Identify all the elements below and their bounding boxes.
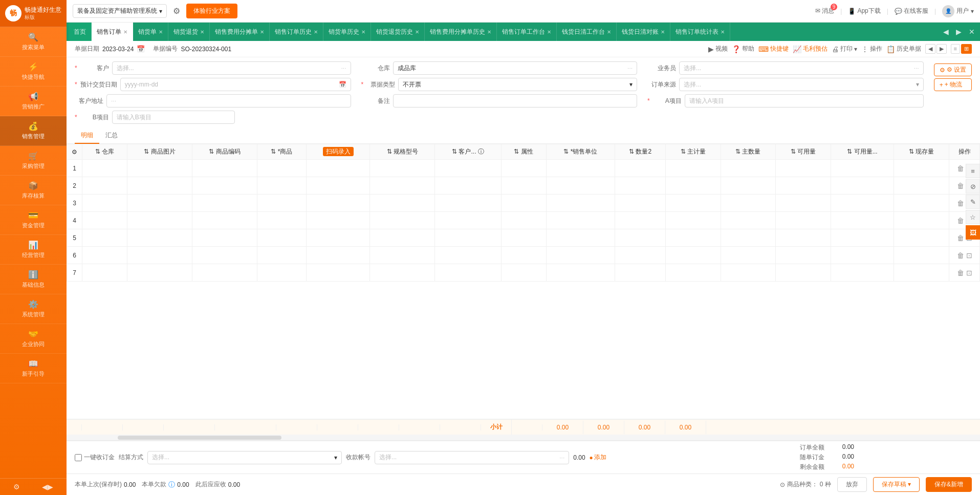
row-main-qty[interactable] [721,229,776,247]
card-view-btn[interactable]: ⊞ [961,44,972,54]
sidebar-item-system[interactable]: ⚙️ 系统管理 [0,294,67,324]
row-code[interactable] [192,247,257,264]
row-code[interactable] [192,160,257,177]
float-btn-2[interactable]: ⊘ [966,179,980,193]
row-stock[interactable] [894,247,949,264]
tab-cash-reconcile[interactable]: 钱货日清对账 ✕ [617,23,670,41]
sidebar-item-quick[interactable]: ⚡ 快捷导航 [0,57,67,87]
row-stock[interactable] [894,229,949,247]
copy-icon[interactable]: ⊡ [966,251,972,260]
close-icon[interactable]: ✕ [361,29,365,35]
row-available2[interactable] [831,195,894,212]
close-icon[interactable]: ✕ [607,29,611,35]
float-btn-3[interactable]: ✎ [966,195,980,209]
row-customer-code[interactable] [435,177,501,195]
tab-sales-return[interactable]: 销货退货 ✕ [168,23,210,41]
row-customer-code[interactable] [435,212,501,229]
system-selector[interactable]: 装备及固定资产辅助管理系统 ▾ [73,4,167,18]
th-qty2[interactable]: ⇅ 数量2 [615,144,666,160]
tab-sales-goods[interactable]: 销货单 ✕ [133,23,168,41]
row-attr[interactable] [501,264,546,282]
row-goods[interactable] [257,160,307,177]
row-image[interactable] [127,195,192,212]
invoice-select[interactable]: 不开票 ▾ [398,78,637,91]
customer-input[interactable]: 选择... ··· [112,61,351,75]
th-available2[interactable]: ⇅ 可用量... [831,144,894,160]
th-image[interactable]: ⇅ 商品图片 [127,144,192,160]
topbar-gear-btn[interactable]: ⚙ [171,4,182,18]
row-scan[interactable] [306,177,370,195]
row-main-qty[interactable] [721,195,776,212]
address-input[interactable]: ··· [106,94,351,107]
row-warehouse[interactable] [82,160,127,177]
row-main-qty[interactable] [721,160,776,177]
row-qty2[interactable] [615,160,666,177]
row-available2[interactable] [831,229,894,247]
row-image[interactable] [127,160,192,177]
row-main-unit[interactable] [666,212,721,229]
row-spec[interactable] [370,247,435,264]
float-btn-1[interactable]: ≡ [966,164,980,178]
close-icon[interactable]: ✕ [721,29,725,35]
row-main-qty[interactable] [721,212,776,229]
th-unit[interactable]: ⇅ *销售单位 [546,144,615,160]
row-spec[interactable] [370,229,435,247]
th-spec[interactable]: ⇅ 规格型号 [370,144,435,160]
row-attr[interactable] [501,177,546,195]
tab-return-history[interactable]: 销货退货历史 ✕ [371,23,425,41]
a-project-input[interactable]: 请输入A项目 [685,94,924,107]
sidebar-item-stock[interactable]: 📦 库存核算 [0,176,67,205]
row-qty2[interactable] [615,229,666,247]
row-available[interactable] [776,195,831,212]
delete-icon[interactable]: 🗑 [957,182,964,190]
row-stock[interactable] [894,264,949,282]
row-spec[interactable] [370,264,435,282]
row-spec[interactable] [370,212,435,229]
row-main-unit[interactable] [666,229,721,247]
account-input[interactable]: 选择... ··· [375,451,569,464]
row-stock[interactable] [894,212,949,229]
row-warehouse[interactable] [82,212,127,229]
row-code[interactable] [192,229,257,247]
row-customer-code[interactable] [435,160,501,177]
info-icon[interactable]: ⓘ [168,480,175,489]
row-stock[interactable] [894,177,949,195]
delete-icon[interactable]: 🗑 [957,164,964,173]
row-main-qty[interactable] [721,247,776,264]
copy-icon[interactable]: ⊡ [966,269,972,277]
save-draft-btn[interactable]: 保存草稿 ▾ [873,477,920,492]
sidebar-collapse-btn[interactable]: ◀▶ [42,483,53,491]
row-available2[interactable] [831,160,894,177]
row-scan[interactable] [306,195,370,212]
delete-icon[interactable]: 🗑 [957,251,964,260]
row-code[interactable] [192,195,257,212]
row-warehouse[interactable] [82,229,127,247]
row-scan[interactable] [306,160,370,177]
th-attr[interactable]: ⇅ 属性 [501,144,546,160]
row-stock[interactable] [894,195,949,212]
row-customer-code[interactable] [435,195,501,212]
close-icon[interactable]: ✕ [159,29,163,35]
scroll-indicator[interactable] [67,435,980,441]
th-warehouse[interactable]: ⇅ 仓库 [82,144,127,160]
row-main-unit[interactable] [666,195,721,212]
delete-icon[interactable]: 🗑 [957,234,964,242]
remark-input[interactable] [393,94,638,107]
one-click-payment-label[interactable]: 一键收订金 [75,453,115,462]
row-available[interactable] [776,264,831,282]
row-warehouse[interactable] [82,177,127,195]
sidebar-settings-btn[interactable]: ⚙ [13,483,20,491]
row-available2[interactable] [831,264,894,282]
row-main-qty[interactable] [721,264,776,282]
th-customer-code[interactable]: ⇅ 客户... ⓘ [435,144,501,160]
shortcut-btn[interactable]: ⌨ 快捷键 [758,45,789,53]
row-attr[interactable] [501,247,546,264]
row-scan[interactable] [306,212,370,229]
row-available[interactable] [776,212,831,229]
discard-btn[interactable]: 放弃 [837,477,867,492]
row-code[interactable] [192,212,257,229]
row-image[interactable] [127,212,192,229]
row-scan[interactable] [306,247,370,264]
sidebar-item-marketing[interactable]: 📢 营销推广 [0,87,67,116]
row-main-unit[interactable] [666,160,721,177]
